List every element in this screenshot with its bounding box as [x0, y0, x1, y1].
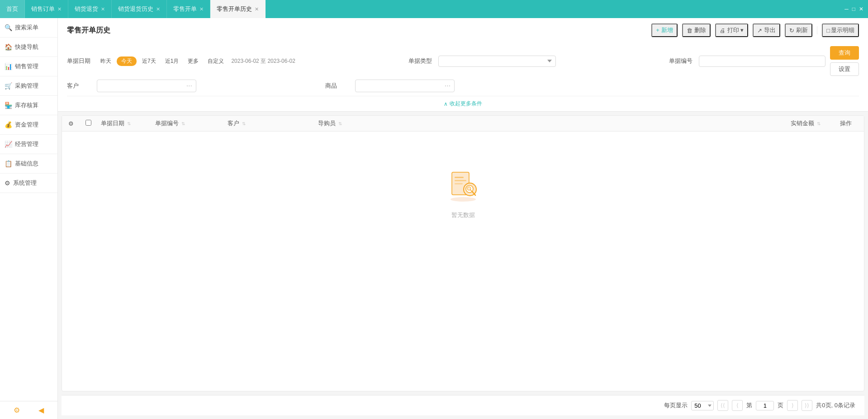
tab-sales-return[interactable]: 销货退货 ✕ [68, 0, 112, 18]
date-opt-1month[interactable]: 近1月 [161, 56, 183, 66]
select-all-checkbox[interactable] [85, 120, 91, 126]
sidebar-item-purchase[interactable]: 🛒 采购管理 [0, 76, 57, 96]
sidebar: 🔍 搜索采单 🏠 快捷导航 📊 销售管理 🛒 采购管理 🏪 库存核算 💰 资金管… [0, 18, 58, 419]
print-icon: 🖨 [720, 27, 726, 34]
doc-no-input[interactable] [699, 56, 825, 67]
th-guide-sort-icon: ⇅ [338, 121, 342, 126]
window-maximize[interactable]: □ [852, 6, 855, 12]
th-customer[interactable]: 客户 ⇅ [223, 116, 313, 132]
sidebar-item-quicknav-label: 快捷导航 [15, 43, 38, 51]
doc-type-label: 单据类型 [408, 57, 434, 65]
page-word-before: 第 [746, 401, 752, 410]
th-docno-label: 单据编号 [155, 120, 179, 127]
page-size-select[interactable]: 10 20 50 100 [691, 401, 714, 410]
sidebar-item-operation[interactable]: 📈 经营管理 [0, 135, 57, 154]
settings-filter-button[interactable]: 设置 [830, 62, 859, 76]
content-area: 零售开单历史 + 新增 🗑 🗑 删除 删除 🖨 打印 ▾ ↗ 导出 [58, 18, 868, 419]
delete-button[interactable]: 🗑 🗑 删除 删除 [682, 24, 711, 37]
sidebar-item-inventory[interactable]: 🏪 库存核算 [0, 96, 57, 115]
next-page-button[interactable]: ⟩ [787, 400, 798, 411]
table-header: ⚙ 单据日期 ⇅ 单据编号 ⇅ [62, 116, 864, 132]
sidebar-item-basic-info-label: 基础信息 [15, 160, 38, 168]
goods-input-wrapper[interactable]: ··· [355, 80, 455, 92]
tab-retail-open-history[interactable]: 零售开单历史 ✕ [210, 0, 266, 18]
table-wrapper: ⚙ 单据日期 ⇅ 单据编号 ⇅ [62, 115, 864, 391]
tab-retail-open-close[interactable]: ✕ [199, 6, 204, 12]
print-button[interactable]: 🖨 打印 ▾ [715, 24, 749, 37]
goods-input[interactable] [359, 83, 445, 89]
th-settings[interactable]: ⚙ [62, 116, 80, 132]
sidebar-item-basic-info[interactable]: 📋 基础信息 [0, 154, 57, 174]
date-opt-more[interactable]: 更多 [184, 56, 202, 66]
svg-rect-2 [455, 177, 464, 178]
date-opt-custom[interactable]: 自定义 [204, 56, 228, 66]
th-checkbox [80, 116, 96, 132]
date-opt-today[interactable]: 今天 [117, 56, 137, 66]
customer-input[interactable] [101, 83, 186, 89]
page-size-label: 每页显示 [664, 401, 688, 410]
delete-icon: 🗑 [687, 27, 693, 34]
empty-state: 暂无数据 [62, 132, 864, 255]
sidebar-item-system[interactable]: ⚙ 系统管理 [0, 174, 57, 193]
filter-row-1: 单据日期 昨天 今天 近7天 近1月 更多 自定义 2023-06-02 至 2… [67, 46, 859, 76]
filter-row-2: 客户 ··· 商品 ··· [67, 80, 859, 92]
th-amount[interactable]: 实销金额 ⇅ [773, 116, 828, 132]
th-action-label: 操作 [840, 120, 852, 127]
tab-sales-return-history[interactable]: 销货退货历史 ✕ [112, 0, 167, 18]
toolbar-divider [817, 26, 817, 34]
tab-sales-return-history-close[interactable]: ✕ [156, 6, 160, 12]
display-cols-icon: □ [826, 27, 830, 34]
th-docno[interactable]: 单据编号 ⇅ [151, 116, 223, 132]
th-action: 操作 [828, 116, 864, 132]
tab-home[interactable]: 首页 [0, 0, 25, 18]
sidebar-item-finance[interactable]: 💰 资金管理 [0, 115, 57, 135]
table-body: 暂无数据 [62, 132, 864, 256]
window-minimize[interactable]: ─ [844, 6, 849, 12]
sidebar-settings-icon[interactable]: ⚙ [14, 406, 20, 414]
customer-input-wrapper[interactable]: ··· [97, 80, 196, 92]
page-header: 零售开单历史 + 新增 🗑 🗑 删除 删除 🖨 打印 ▾ ↗ 导出 [58, 18, 868, 112]
page-number-input[interactable]: 1 [756, 401, 774, 410]
date-filter-label: 单据日期 [67, 57, 92, 65]
sidebar-collapse-icon[interactable]: ◀ [38, 406, 44, 414]
window-close[interactable]: ✕ [859, 6, 863, 12]
tab-retail-open-history-close[interactable]: ✕ [255, 6, 259, 12]
prev-page-button[interactable]: ⟨ [732, 400, 743, 411]
empty-illustration [445, 168, 481, 204]
date-opt-7days[interactable]: 近7天 [138, 56, 160, 66]
refresh-button[interactable]: ↻ 刷新 [785, 24, 812, 37]
export-button[interactable]: ↗ 导出 [753, 24, 780, 37]
tab-sales-order[interactable]: 销售订单 ✕ [25, 0, 68, 18]
collapse-button[interactable]: ∧ 收起更多条件 [67, 98, 859, 109]
empty-text: 暂无数据 [451, 211, 475, 219]
tab-sales-order-close[interactable]: ✕ [57, 6, 62, 12]
tab-sales-return-close[interactable]: ✕ [101, 6, 105, 12]
date-options: 昨天 今天 近7天 近1月 更多 自定义 2023-06-02 至 2023-0… [97, 56, 295, 66]
sidebar-item-quicknav[interactable]: 🏠 快捷导航 [0, 38, 57, 57]
window-controls: ─ □ ✕ [840, 6, 868, 12]
customer-ellipsis-icon[interactable]: ··· [186, 82, 192, 90]
date-opt-yesterday[interactable]: 昨天 [97, 56, 115, 66]
sidebar-item-operation-label: 经营管理 [15, 140, 38, 148]
filter-area: 单据日期 昨天 今天 近7天 近1月 更多 自定义 2023-06-02 至 2… [67, 42, 859, 111]
table-settings-icon[interactable]: ⚙ [68, 120, 74, 127]
goods-ellipsis-icon[interactable]: ··· [445, 82, 451, 90]
first-page-button[interactable]: ⟨⟨ [717, 400, 728, 411]
add-button[interactable]: + 新增 [651, 24, 677, 37]
sidebar-item-search-label: 搜索采单 [15, 24, 38, 32]
sidebar-item-sales[interactable]: 📊 销售管理 [0, 57, 57, 76]
sidebar-item-search[interactable]: 🔍 搜索采单 [0, 18, 57, 38]
doc-type-select[interactable] [438, 56, 556, 67]
collapse-arrow-icon: ∧ [444, 101, 448, 107]
top-nav-bar: 首页 销售订单 ✕ 销货退货 ✕ 销货退货历史 ✕ 零售开单 ✕ 零售开单历史 … [0, 0, 868, 18]
query-button[interactable]: 查询 [830, 46, 859, 60]
th-spacer [368, 116, 773, 132]
sidebar-item-finance-label: 资金管理 [15, 121, 38, 129]
display-cols-button[interactable]: □ 显示明细 [822, 24, 859, 37]
th-guide[interactable]: 导购员 ⇅ [313, 116, 368, 132]
svg-point-0 [451, 197, 476, 202]
export-icon: ↗ [757, 27, 762, 34]
tab-retail-open[interactable]: 零售开单 ✕ [167, 0, 210, 18]
last-page-button[interactable]: ⟩⟩ [802, 400, 812, 411]
th-date[interactable]: 单据日期 ⇅ [96, 116, 151, 132]
